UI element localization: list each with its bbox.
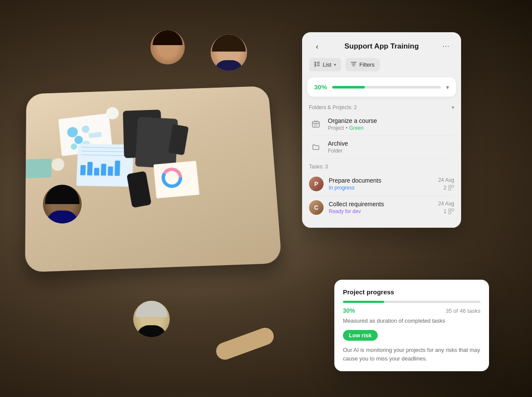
avatar-2: C xyxy=(309,200,324,215)
progress-stats: 30% 35 of 46 tasks xyxy=(343,307,480,314)
folder-item-content: Organize a course Project • Green xyxy=(328,117,454,131)
list-chevron-icon: ▾ xyxy=(334,62,336,67)
table-surface xyxy=(25,86,282,272)
subtask-icon-2 xyxy=(448,208,454,214)
project-tag-label: Green xyxy=(349,125,364,131)
task-1-title: Prepare documents xyxy=(329,177,433,184)
toolbar: List ▾ Filters xyxy=(302,58,461,77)
filters-label: Filters xyxy=(359,61,374,68)
svg-rect-9 xyxy=(449,185,451,187)
progress-tasks-count: 35 of 46 tasks xyxy=(446,308,480,314)
folders-section-label: Folders & Projects: 2 xyxy=(309,104,357,110)
app-title: Support App Training xyxy=(344,42,419,51)
folder-icon xyxy=(309,140,323,154)
back-button[interactable]: ‹ xyxy=(311,40,324,53)
task-1-count: 2 xyxy=(443,185,454,191)
progress-chevron-icon[interactable]: ▾ xyxy=(446,84,449,91)
list-button[interactable]: List ▾ xyxy=(309,58,341,71)
task-1-meta: 24 Aug 2 xyxy=(438,177,454,191)
archive-item-title: Archive xyxy=(328,140,454,147)
task-2-meta: 24 Aug 1 xyxy=(438,201,454,214)
avatar-1: P xyxy=(309,177,324,191)
progress-card-bar xyxy=(343,301,480,303)
svg-rect-12 xyxy=(449,209,451,211)
project-progress-card: Project progress 30% 35 of 46 tasks Meas… xyxy=(334,280,489,371)
folder-item-subtitle: Project • Green xyxy=(328,125,454,131)
progress-description: Measured as duration of completed tasks xyxy=(343,318,480,324)
svg-rect-14 xyxy=(449,212,451,214)
svg-rect-6 xyxy=(315,65,316,67)
bullet-separator: • xyxy=(345,125,347,131)
svg-rect-10 xyxy=(452,185,454,187)
tasks-section-header: Tasks: 3 xyxy=(302,160,461,172)
task-item-prepare[interactable]: P Prepare documents In progress 24 Aug 2 xyxy=(302,172,461,195)
archive-item-content: Archive Folder xyxy=(328,140,454,154)
list-label: List xyxy=(323,61,331,68)
task-2-content: Collect requirements Ready for dev xyxy=(329,201,433,214)
avatar-image-2: C xyxy=(309,200,324,215)
folder-item-archive[interactable]: Archive Folder xyxy=(302,136,461,158)
svg-rect-7 xyxy=(317,65,320,66)
app-card: ‹ Support App Training ··· List ▾ xyxy=(302,32,461,228)
folder-item-organize[interactable]: Organize a course Project • Green xyxy=(302,113,461,135)
progress-percentage: 30% xyxy=(314,83,327,91)
filters-button[interactable]: Filters xyxy=(345,58,379,71)
progress-bar xyxy=(332,86,441,89)
tasks-section-label: Tasks: 3 xyxy=(309,164,328,170)
progress-ai-text: Our AI is monitoring your projects for a… xyxy=(343,346,480,363)
filter-icon xyxy=(351,61,357,68)
task-2-title: Collect requirements xyxy=(329,201,433,208)
task-2-date: 24 Aug xyxy=(438,201,454,207)
project-icon xyxy=(309,117,323,131)
archive-item-subtitle: Folder xyxy=(328,148,454,154)
risk-badge: Low risk xyxy=(343,330,378,341)
progress-card-percentage: 30% xyxy=(343,307,355,314)
avatar-image-1: P xyxy=(309,177,324,191)
more-button[interactable]: ··· xyxy=(440,40,453,53)
subtask-icon xyxy=(448,185,454,191)
folder-item-title: Organize a course xyxy=(328,117,454,124)
folder-type-label: Folder xyxy=(328,148,342,154)
progress-card-title: Project progress xyxy=(343,288,480,296)
task-2-count: 1 xyxy=(443,208,454,214)
task-2-status: Ready for dev xyxy=(329,208,433,214)
task-1-status: In progress xyxy=(329,185,433,191)
task-1-date: 24 Aug xyxy=(438,177,454,183)
project-type-label: Project xyxy=(328,125,344,131)
card-fade-bottom xyxy=(302,219,461,228)
app-header: ‹ Support App Training ··· xyxy=(302,32,461,58)
svg-rect-13 xyxy=(452,209,454,211)
folders-section-header: Folders & Projects: 2 ▾ xyxy=(302,101,461,113)
list-icon xyxy=(314,61,320,68)
task-item-collect[interactable]: C Collect requirements Ready for dev 24 … xyxy=(302,196,461,219)
folders-chevron-icon[interactable]: ▾ xyxy=(452,104,454,110)
divider-2 xyxy=(309,158,454,159)
progress-card-fill xyxy=(343,301,384,303)
svg-rect-4 xyxy=(315,64,316,65)
svg-rect-2 xyxy=(315,62,316,63)
task-1-content: Prepare documents In progress xyxy=(329,177,433,191)
svg-rect-5 xyxy=(317,64,320,64)
svg-rect-11 xyxy=(449,188,451,190)
progress-bar-fill xyxy=(332,86,365,89)
progress-banner[interactable]: 30% ▾ xyxy=(307,77,456,97)
svg-rect-3 xyxy=(317,62,320,63)
